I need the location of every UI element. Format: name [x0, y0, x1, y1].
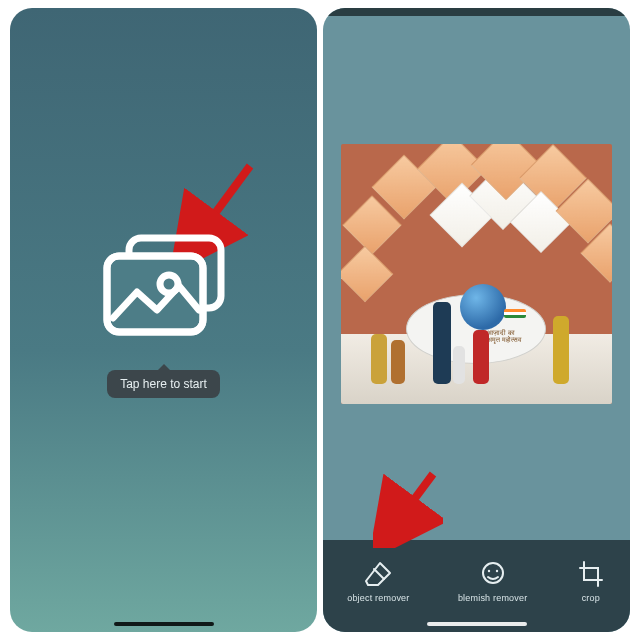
gallery-icon	[99, 232, 229, 342]
start-tooltip: Tap here to start	[107, 370, 220, 398]
crop-icon	[576, 560, 606, 588]
start-screen: Tap here to start	[10, 8, 317, 632]
tool-label: crop	[582, 593, 600, 603]
loaded-photo[interactable]: आज़ादी का अमृत महोत्सव	[341, 144, 613, 404]
start-tooltip-text: Tap here to start	[120, 377, 207, 391]
home-indicator	[114, 622, 214, 626]
tool-object-remover[interactable]: object remover	[347, 560, 409, 603]
eraser-icon	[363, 560, 393, 588]
home-indicator	[427, 622, 527, 626]
tool-blemish-remover[interactable]: blemish remover	[458, 560, 528, 603]
status-bar-stub	[323, 8, 630, 16]
open-gallery-button[interactable]	[99, 232, 229, 346]
pedestal-caption: आज़ादी का अमृत महोत्सव	[487, 329, 521, 344]
tool-label: object remover	[347, 593, 409, 603]
tool-label: blemish remover	[458, 593, 528, 603]
editor-toolbar: object remover blemish remover	[323, 540, 630, 632]
tool-crop[interactable]: crop	[576, 560, 606, 603]
face-retouch-icon	[478, 560, 508, 588]
svg-point-8	[495, 569, 497, 571]
editor-canvas[interactable]: आज़ादी का अमृत महोत्सव	[323, 8, 630, 540]
svg-point-7	[487, 569, 489, 571]
editor-screen: आज़ादी का अमृत महोत्सव	[323, 8, 630, 632]
